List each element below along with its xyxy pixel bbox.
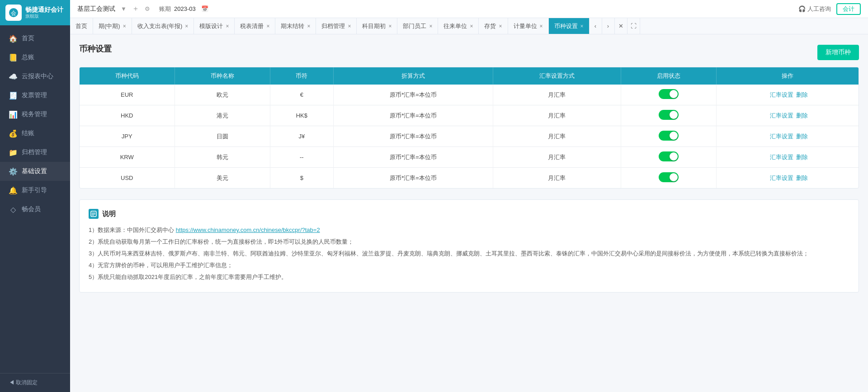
tab-label-company: 往来单位 bbox=[443, 22, 467, 30]
col-header: 折算方式 bbox=[333, 67, 493, 85]
sidebar-item-checkout[interactable]: 💰结账 bbox=[0, 124, 70, 143]
period-value[interactable]: 2023-03 bbox=[174, 5, 196, 12]
note-item: 4）无官方牌价的币种，可以用用户手工维护汇率信息； bbox=[89, 260, 849, 271]
table-row: HKD港元HK$原币*汇率=本位币月汇率汇率设置删除 bbox=[80, 105, 859, 126]
tab-income[interactable]: 收入支出表(年报)× bbox=[132, 18, 194, 34]
rate-setting-link-USD[interactable]: 汇率设置 bbox=[770, 175, 793, 181]
tab-next-button[interactable]: › bbox=[602, 18, 615, 34]
currency-table-wrapper: 币种代码币种名称币符折算方式汇率设置方式启用状态操作 EUR欧元€原币*汇率=本… bbox=[79, 67, 859, 189]
tab-stock[interactable]: 存货× bbox=[479, 18, 508, 34]
tab-company[interactable]: 往来单位× bbox=[438, 18, 479, 34]
col-header: 汇率设置方式 bbox=[493, 67, 621, 85]
company-dropdown-icon[interactable]: ▼ bbox=[121, 5, 127, 12]
invoice-icon: 🧾 bbox=[9, 91, 17, 99]
sidebar-item-ledger[interactable]: 📒总账 bbox=[0, 48, 70, 67]
tab-currency[interactable]: 币种设置× bbox=[549, 18, 590, 34]
currency-symbol: HK$ bbox=[270, 105, 333, 126]
tab-taxclear[interactable]: 税表清册× bbox=[235, 18, 275, 34]
tab-close-periodend[interactable]: × bbox=[307, 23, 310, 29]
tab-close-all-button[interactable]: ✕ bbox=[615, 18, 627, 34]
col-header: 币种代码 bbox=[80, 67, 175, 85]
app-name: 畅捷通好会计 bbox=[25, 6, 63, 14]
sidebar-item-guide[interactable]: 🔔新手引导 bbox=[0, 181, 70, 200]
tab-close-currency[interactable]: × bbox=[580, 23, 584, 29]
tab-close-taxclear[interactable]: × bbox=[266, 23, 269, 29]
notes-title: 说明 bbox=[89, 209, 849, 219]
sidebar-label-ledger: 总账 bbox=[22, 53, 34, 61]
rate-setting-link-EUR[interactable]: 汇率设置 bbox=[770, 91, 793, 98]
tab-close-archivemgr[interactable]: × bbox=[348, 23, 351, 29]
rate-setting-link-HKD[interactable]: 汇率设置 bbox=[770, 112, 793, 119]
tab-period[interactable]: ‍‍‌期(中期)× bbox=[93, 18, 132, 34]
tab-template[interactable]: 模版设计× bbox=[194, 18, 235, 34]
sidebar-item-invoice[interactable]: 🧾发票管理 bbox=[0, 86, 70, 105]
tab-maximize-button[interactable]: ⛶ bbox=[627, 18, 640, 34]
tab-close-template[interactable]: × bbox=[226, 23, 229, 29]
guide-icon: 🔔 bbox=[9, 186, 17, 194]
tab-close-stock[interactable]: × bbox=[499, 23, 502, 29]
user-role-button[interactable]: 会计 bbox=[836, 3, 861, 15]
enable-toggle-JPY[interactable] bbox=[659, 131, 679, 141]
row-actions: 汇率设置删除 bbox=[717, 85, 859, 105]
enable-toggle-EUR[interactable] bbox=[659, 89, 679, 99]
sidebar-label-invoice: 发票管理 bbox=[22, 91, 47, 99]
rate-setting-link-JPY[interactable]: 汇率设置 bbox=[770, 133, 793, 140]
sidebar-item-reports[interactable]: ☁️云报表中心 bbox=[0, 67, 70, 86]
tab-close-dept[interactable]: × bbox=[429, 23, 432, 29]
currency-code: JPY bbox=[80, 126, 175, 147]
main-content: 基层工会测试 ▼ ＋ ⚙ 账期 2023-03 📅 🎧 人工咨询 会计 首页‍‍… bbox=[70, 0, 868, 392]
page-content: 币种设置 新增币种 币种代码币种名称币符折算方式汇率设置方式启用状态操作 EUR… bbox=[70, 34, 868, 392]
sidebar-item-home[interactable]: 🏠首页 bbox=[0, 29, 70, 48]
currency-name: 美元 bbox=[175, 168, 270, 189]
rate-setting-link-KRW[interactable]: 汇率设置 bbox=[770, 154, 793, 161]
table-row: EUR欧元€原币*汇率=本位币月汇率汇率设置删除 bbox=[80, 85, 859, 105]
calendar-icon[interactable]: 📅 bbox=[201, 5, 208, 12]
tab-close-period[interactable]: × bbox=[123, 23, 126, 29]
topbar-right: 🎧 人工咨询 会计 bbox=[798, 3, 861, 15]
enable-toggle-KRW[interactable] bbox=[659, 151, 679, 161]
currency-code: USD bbox=[80, 168, 175, 189]
tab-prev-button[interactable]: ‹ bbox=[590, 18, 602, 34]
sidebar-item-member[interactable]: ◇畅会员 bbox=[0, 200, 70, 219]
ledger-icon: 📒 bbox=[9, 53, 17, 61]
home-icon: 🏠 bbox=[9, 34, 17, 43]
help-button[interactable]: 🎧 人工咨询 bbox=[798, 5, 831, 13]
delete-link-EUR[interactable]: 删除 bbox=[796, 91, 808, 98]
tab-periodend[interactable]: 期末结转× bbox=[275, 18, 316, 34]
sidebar-pin-toggle[interactable]: ◀ 取消固定 bbox=[0, 373, 70, 392]
row-actions: 汇率设置删除 bbox=[717, 168, 859, 189]
delete-link-KRW[interactable]: 删除 bbox=[796, 154, 808, 161]
currency-name: 港元 bbox=[175, 105, 270, 126]
tab-home[interactable]: 首页 bbox=[70, 18, 93, 34]
tab-close-unit[interactable]: × bbox=[540, 23, 543, 29]
rate-method: 月汇率 bbox=[493, 105, 621, 126]
settings-icon[interactable]: ⚙ bbox=[145, 5, 150, 12]
tab-unit[interactable]: 计量单位× bbox=[508, 18, 549, 34]
tab-label-periodend: 期末结转 bbox=[281, 22, 304, 30]
delete-link-JPY[interactable]: 删除 bbox=[796, 133, 808, 140]
delete-link-HKD[interactable]: 删除 bbox=[796, 112, 808, 119]
sidebar-item-settings[interactable]: ⚙️基础设置 bbox=[0, 162, 70, 181]
currency-symbol: -- bbox=[270, 147, 333, 168]
company-name: 基层工会测试 bbox=[77, 5, 115, 13]
add-tab-button[interactable]: ＋ bbox=[132, 4, 139, 14]
delete-link-USD[interactable]: 删除 bbox=[796, 175, 808, 181]
enable-toggle-USD[interactable] bbox=[659, 172, 679, 182]
sidebar-item-archive[interactable]: 📁归档管理 bbox=[0, 143, 70, 162]
tab-close-company[interactable]: × bbox=[470, 23, 473, 29]
tab-label-dept: 部门员工 bbox=[403, 22, 426, 30]
new-currency-button[interactable]: 新增币种 bbox=[817, 45, 859, 60]
tab-subject[interactable]: 科目期初× bbox=[357, 18, 397, 34]
tab-label-period: ‍‍‌期(中期) bbox=[99, 22, 120, 30]
sidebar: 会 畅捷通好会计 旗舰版 🏠首页📒总账☁️云报表中心🧾发票管理📊税务管理💰结账📁… bbox=[0, 0, 70, 392]
tab-archivemgr[interactable]: 归档管理× bbox=[316, 18, 357, 34]
chinamoney-link[interactable]: https://www.chinamoney.com.cn/chinese/bk… bbox=[176, 227, 320, 233]
enabled-status bbox=[621, 168, 716, 189]
tab-close-income[interactable]: × bbox=[185, 23, 188, 29]
tab-close-subject[interactable]: × bbox=[388, 23, 392, 29]
tab-dept[interactable]: 部门员工× bbox=[397, 18, 438, 34]
sidebar-item-tax[interactable]: 📊税务管理 bbox=[0, 105, 70, 124]
enable-toggle-HKD[interactable] bbox=[659, 110, 679, 120]
logo: 会 畅捷通好会计 旗舰版 bbox=[0, 0, 70, 25]
table-header-row: 币种代码币种名称币符折算方式汇率设置方式启用状态操作 bbox=[80, 67, 859, 85]
